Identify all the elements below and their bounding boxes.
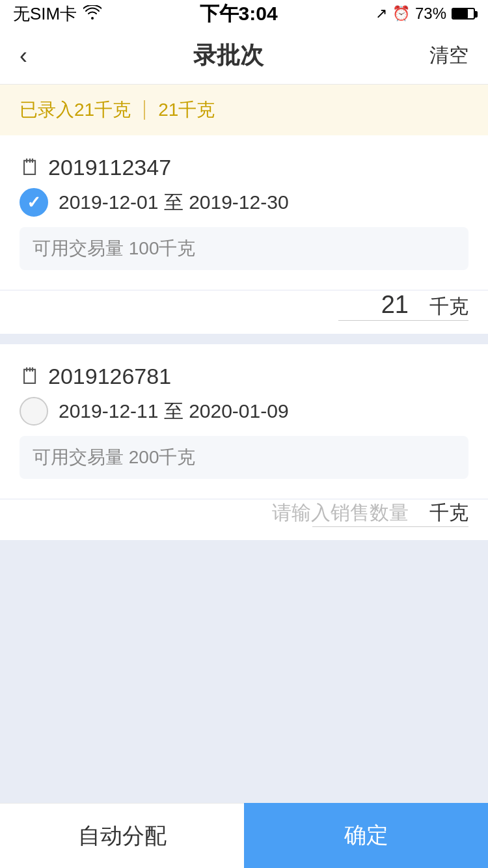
summary-amount: 21千克 (158, 98, 215, 122)
batch-1-amount-value: 21 (381, 291, 409, 319)
batch-1-underline (338, 320, 468, 321)
batch-2-input-unit: 千克 (429, 500, 468, 526)
back-button[interactable]: ‹ (20, 42, 27, 70)
nav-bar: ‹ 录批次 清空 (0, 27, 488, 85)
summary-divider (144, 100, 145, 120)
batch-2-avail: 可用交易量 200千克 (20, 436, 468, 479)
carrier-text: 无SIM卡 (13, 3, 77, 25)
batch-1-amount-row: 21 千克 (20, 291, 468, 320)
batch-2-underline (312, 526, 468, 527)
battery-text: 73% (415, 5, 446, 23)
status-time: 下午3:04 (200, 1, 278, 27)
batch-1-date-row[interactable]: 2019-12-01 至 2019-12-30 (20, 188, 468, 217)
doc-icon-1: 🗒 (20, 155, 42, 180)
batch-2-input-row: 请输入销售数量 千克 (20, 500, 468, 526)
recorded-label: 已录入21千克 (20, 98, 131, 122)
batch-1-date: 2019-12-01 至 2019-12-30 (59, 189, 289, 216)
batch-2-date-row[interactable]: 2019-12-11 至 2020-01-09 (20, 397, 468, 426)
batch-1-radio[interactable] (20, 188, 48, 217)
status-icons: ↗ ⏰ 73% (375, 5, 475, 23)
batch-card-2: 🗒 2019126781 2019-12-11 至 2020-01-09 可用交… (0, 344, 488, 498)
batch-card-1: 🗒 2019112347 2019-12-01 至 2019-12-30 可用交… (0, 135, 488, 290)
wifi-icon (83, 4, 102, 24)
content-area: 🗒 2019112347 2019-12-01 至 2019-12-30 可用交… (0, 135, 488, 868)
status-carrier: 无SIM卡 (13, 3, 102, 25)
batch-1-amount-section: 21 千克 (0, 291, 488, 334)
batch-1-avail: 可用交易量 100千克 (20, 227, 468, 270)
status-bar: 无SIM卡 下午3:04 ↗ ⏰ 73% (0, 0, 488, 27)
batch-2-input-placeholder[interactable]: 请输入销售数量 (272, 500, 409, 526)
page-title: 录批次 (193, 40, 264, 72)
batch-1-amount-unit: 千克 (429, 293, 468, 320)
auto-distribute-button[interactable]: 自动分配 (0, 803, 244, 868)
location-icon: ↗ (375, 5, 387, 22)
batch-2-header: 🗒 2019126781 (20, 364, 468, 389)
summary-bar: 已录入21千克 21千克 (0, 85, 488, 135)
empty-area (0, 540, 488, 813)
batch-2-id: 2019126781 (48, 364, 171, 389)
clear-button[interactable]: 清空 (429, 42, 468, 69)
section-divider (0, 334, 488, 344)
bottom-bar: 自动分配 确定 (0, 803, 488, 868)
batch-1-header: 🗒 2019112347 (20, 155, 468, 180)
batch-2-input-section: 请输入销售数量 千克 (0, 500, 488, 540)
alarm-icon: ⏰ (392, 5, 410, 22)
batch-1-id: 2019112347 (48, 155, 171, 180)
battery-icon (452, 8, 475, 20)
batch-2-radio[interactable] (20, 397, 48, 426)
confirm-button[interactable]: 确定 (244, 803, 488, 868)
batch-2-date: 2019-12-11 至 2020-01-09 (59, 398, 289, 425)
doc-icon-2: 🗒 (20, 364, 42, 389)
